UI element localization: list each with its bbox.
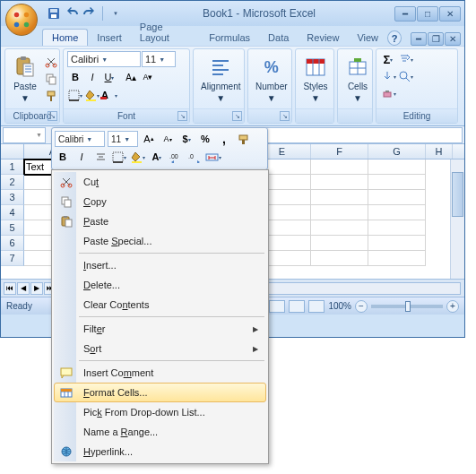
cell[interactable]: [311, 175, 368, 190]
cell[interactable]: [368, 159, 426, 175]
mini-size-combo[interactable]: 11▼: [108, 131, 138, 147]
zoom-level[interactable]: 100%: [328, 301, 351, 311]
underline-icon[interactable]: U▾: [101, 69, 117, 85]
column-header[interactable]: H: [426, 144, 453, 159]
borders-icon[interactable]: ▾: [67, 87, 83, 103]
mini-font-color-icon[interactable]: A▾: [149, 149, 165, 165]
page-layout-view-icon[interactable]: [289, 300, 305, 313]
copy-icon[interactable]: [43, 71, 59, 87]
cell[interactable]: [311, 159, 368, 175]
vertical-scrollbar[interactable]: [450, 159, 464, 279]
clear-icon[interactable]: ▾: [380, 85, 396, 101]
row-header[interactable]: 3: [1, 190, 24, 205]
cell[interactable]: [368, 236, 426, 251]
mini-font-combo[interactable]: Calibri▼: [55, 131, 105, 147]
tab-home[interactable]: Home: [42, 29, 88, 46]
cell[interactable]: [368, 205, 426, 220]
font-name-combo[interactable]: Calibri▼: [67, 51, 141, 67]
paste-button[interactable]: Paste▼: [9, 53, 41, 105]
row-header[interactable]: 2: [1, 175, 24, 190]
fill-color-icon[interactable]: ▾: [84, 87, 100, 103]
close-button[interactable]: ✕: [439, 6, 461, 22]
mini-comma-icon[interactable]: ,: [216, 131, 232, 147]
minimize-button[interactable]: ━: [394, 6, 416, 22]
mini-format-painter-icon[interactable]: [235, 131, 251, 147]
menu-copy[interactable]: Copy: [54, 192, 266, 211]
styles-button[interactable]: Styles▼: [299, 53, 332, 105]
zoom-slider[interactable]: [371, 305, 443, 308]
mini-fill-color-icon[interactable]: ▾: [130, 149, 146, 165]
column-header[interactable]: F: [311, 144, 368, 159]
cell[interactable]: [311, 251, 368, 266]
font-launcher-icon[interactable]: ↘: [177, 111, 187, 121]
font-size-combo[interactable]: 11▼: [142, 51, 176, 67]
cell[interactable]: [368, 251, 426, 266]
mini-bold-icon[interactable]: B: [55, 149, 71, 165]
menu-format-cells[interactable]: Format Cells...: [54, 383, 266, 402]
row-header[interactable]: 1: [1, 159, 24, 175]
zoom-out-icon[interactable]: −: [355, 300, 368, 313]
mini-align-center-icon[interactable]: [92, 149, 108, 165]
menu-cut[interactable]: Cut: [54, 172, 266, 192]
menu-paste[interactable]: Paste: [54, 211, 266, 231]
menu-clear-contents[interactable]: Clear Contents: [54, 295, 266, 315]
mini-grow-font-icon[interactable]: A▴: [141, 131, 157, 147]
row-header[interactable]: 7: [1, 251, 24, 266]
cells-button[interactable]: Cells▼: [342, 53, 374, 105]
row-header[interactable]: 6: [1, 236, 24, 251]
tab-formulas[interactable]: Formulas: [200, 30, 259, 46]
office-button[interactable]: [5, 4, 38, 36]
tab-view[interactable]: View: [348, 30, 387, 46]
tab-page-layout[interactable]: Page Layout: [131, 19, 200, 46]
menu-filter[interactable]: Filter▶: [54, 319, 266, 339]
menu-hyperlink[interactable]: Hyperlink...: [54, 442, 266, 461]
mini-merge-center-icon[interactable]: ▾: [205, 149, 221, 165]
alignment-button[interactable]: Alignment▼: [197, 53, 244, 105]
cell[interactable]: [368, 190, 426, 205]
column-header[interactable]: G: [368, 144, 426, 159]
row-header[interactable]: 5: [1, 220, 24, 236]
maximize-button[interactable]: □: [417, 6, 438, 22]
tab-data[interactable]: Data: [259, 30, 298, 46]
menu-insert-comment[interactable]: Insert Comment: [54, 363, 266, 383]
workbook-minimize-button[interactable]: ━: [411, 32, 427, 46]
alignment-launcher-icon[interactable]: ↘: [232, 111, 242, 121]
mini-shrink-font-icon[interactable]: A▾: [160, 131, 176, 147]
row-header[interactable]: 4: [1, 205, 24, 220]
menu-paste-special[interactable]: Paste Special...: [54, 231, 266, 251]
prev-sheet-icon[interactable]: ◀: [17, 282, 30, 295]
workbook-restore-button[interactable]: ❐: [428, 32, 444, 46]
bold-icon[interactable]: B: [67, 69, 83, 85]
number-button[interactable]: %Number▼: [252, 53, 291, 105]
increase-font-icon[interactable]: A▴: [123, 69, 139, 85]
clipboard-launcher-icon[interactable]: ↘: [48, 111, 57, 121]
mini-italic-icon[interactable]: I: [74, 149, 90, 165]
cell[interactable]: [311, 236, 368, 251]
find-select-icon[interactable]: ▾: [397, 68, 413, 84]
normal-view-icon[interactable]: [269, 300, 285, 313]
cut-icon[interactable]: [43, 54, 59, 70]
number-launcher-icon[interactable]: ↘: [280, 111, 290, 121]
qat-customize-icon[interactable]: ▼: [108, 5, 124, 22]
decrease-font-icon[interactable]: A▾: [140, 69, 156, 85]
page-break-view-icon[interactable]: [308, 300, 325, 313]
undo-icon[interactable]: [64, 5, 80, 22]
next-sheet-icon[interactable]: ▶: [30, 282, 43, 295]
select-all-corner[interactable]: [1, 144, 24, 159]
mini-percent-icon[interactable]: %: [197, 131, 213, 147]
tab-insert[interactable]: Insert: [88, 30, 131, 46]
help-icon[interactable]: ?: [387, 30, 402, 46]
redo-icon[interactable]: [82, 5, 98, 22]
menu-delete[interactable]: Delete...: [54, 275, 266, 295]
workbook-close-button[interactable]: ✕: [445, 32, 461, 46]
cell[interactable]: [368, 220, 426, 236]
save-icon[interactable]: [46, 5, 62, 22]
menu-sort[interactable]: Sort▶: [54, 339, 266, 358]
menu-name-range[interactable]: Name a Range...: [54, 422, 266, 442]
font-color-icon[interactable]: A▾: [101, 87, 117, 103]
autosum-icon[interactable]: Σ▾: [380, 51, 396, 67]
mini-increase-decimal-icon[interactable]: .00: [168, 149, 184, 165]
italic-icon[interactable]: I: [84, 69, 100, 85]
menu-pick-from-list[interactable]: Pick From Drop-down List...: [54, 402, 266, 422]
zoom-in-icon[interactable]: +: [446, 300, 459, 313]
